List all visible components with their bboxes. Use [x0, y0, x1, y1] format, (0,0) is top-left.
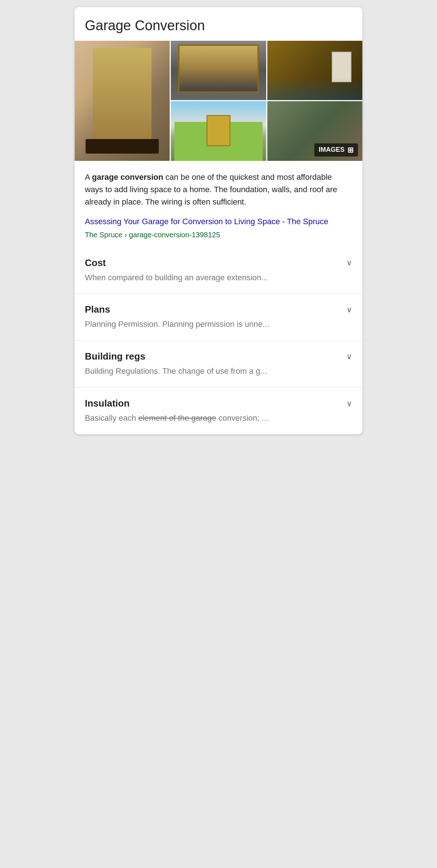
accordion-item-plans[interactable]: Plans ∨ Planning Permission. Planning pe… [75, 294, 362, 341]
main-card: Garage Conversion IMAGES ⊞ A garage conv… [75, 7, 362, 434]
accordion-preview-building-regs: Building Regulations. The change of use … [85, 366, 352, 377]
accordion-title-insulation: Insulation [85, 398, 130, 409]
description-prefix: A [85, 173, 92, 182]
description-bold: garage conversion [92, 173, 164, 182]
accordion-header-cost: Cost ∨ [85, 257, 352, 269]
accordion-header-plans: Plans ∨ [85, 304, 352, 315]
source-url: The Spruce › garage-conversion-1398125 [85, 230, 352, 240]
accordion-title-plans: Plans [85, 304, 110, 315]
accordion-header-building-regs: Building regs ∨ [85, 351, 352, 362]
image-1[interactable] [75, 41, 170, 161]
accordion-item-building-regs[interactable]: Building regs ∨ Building Regulations. Th… [75, 341, 362, 388]
accordion-preview-cost: When compared to building an average ext… [85, 272, 352, 284]
images-badge-label: IMAGES [319, 146, 345, 154]
card-header: Garage Conversion [75, 7, 362, 41]
accordion-item-cost[interactable]: Cost ∨ When compared to building an aver… [75, 247, 362, 294]
accordion-title-building-regs: Building regs [85, 351, 145, 362]
image-2[interactable] [171, 41, 266, 100]
accordion: Cost ∨ When compared to building an aver… [75, 247, 362, 434]
image-5[interactable]: IMAGES ⊞ [267, 101, 362, 161]
images-icon: ⊞ [347, 146, 354, 154]
images-badge[interactable]: IMAGES ⊞ [314, 143, 358, 156]
image-4[interactable] [171, 101, 266, 161]
page-title: Garage Conversion [85, 17, 352, 34]
source-link[interactable]: Assessing Your Garage for Conversion to … [85, 216, 352, 240]
source-link-label: Assessing Your Garage for Conversion to … [85, 217, 328, 226]
image-grid: IMAGES ⊞ [75, 41, 362, 161]
accordion-preview-plans: Planning Permission. Planning permission… [85, 319, 352, 330]
chevron-down-icon-insulation: ∨ [346, 399, 352, 408]
accordion-preview-insulation: Basically each element of the garage con… [85, 413, 352, 424]
description-section: A garage conversion can be one of the qu… [75, 161, 362, 247]
chevron-down-icon-plans: ∨ [346, 305, 352, 314]
accordion-item-insulation[interactable]: Insulation ∨ Basically each element of t… [75, 388, 362, 434]
image-3[interactable] [267, 41, 362, 100]
strikethrough-text: element of the garage [138, 413, 216, 423]
chevron-down-icon-cost: ∨ [346, 258, 352, 267]
chevron-down-icon-building-regs: ∨ [346, 352, 352, 361]
accordion-header-insulation: Insulation ∨ [85, 398, 352, 409]
accordion-title-cost: Cost [85, 257, 106, 269]
description-text: A garage conversion can be one of the qu… [85, 171, 352, 208]
